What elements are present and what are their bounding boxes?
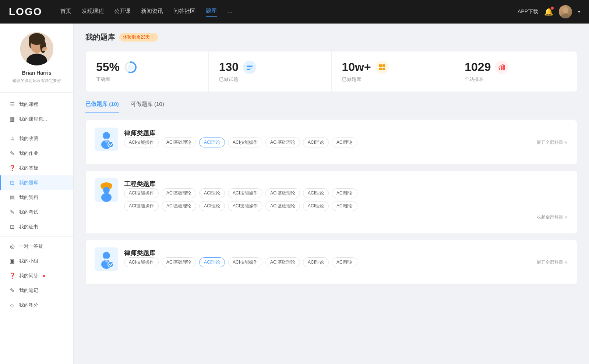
nav-qa[interactable]: 问答社区 [173,8,195,16]
nav-home[interactable]: 首页 [60,8,71,16]
tag-3-4[interactable]: ACI技能操作 [228,257,262,267]
sidebar-label-points: 我的积分 [19,302,38,308]
avatar-image [559,5,572,18]
tag-2-11[interactable]: ACI技能操作 [228,201,262,211]
sidebar-item-questions[interactable]: ❓ 我的答疑 [0,161,73,175]
sidebar-label-materials: 我的资料 [19,194,38,201]
sidebar-item-certificate[interactable]: ⊡ 我的证书 [0,220,73,234]
nav-discover[interactable]: 发现课程 [82,8,104,16]
sidebar-item-qbank[interactable]: ⊟ 我的题库 [0,175,73,190]
nav-news[interactable]: 新闻资讯 [141,8,163,16]
qbank-card-3-header: 律师类题库 ACI技能操作 ACI基础理论 ACI理论 ACI技能操作 ACI基… [95,247,568,271]
tag-2-14[interactable]: ACI理论 [332,201,357,211]
tag-1-3[interactable]: ACI理论 [199,138,225,147]
sidebar-item-points[interactable]: ◇ 我的积分 [0,298,73,313]
tag-1-4[interactable]: ACI技能操作 [228,138,262,147]
sidebar-item-qa[interactable]: ❓ 我的问答 [0,268,73,283]
app-download-btn[interactable]: APP下载 [518,8,538,15]
qbank-card-1-name: 律师类题库 [124,129,568,138]
sidebar-label-group: 我的小组 [19,258,38,264]
sidebar: Brian Harris 错误的决定比没有决定要好 ☰ 我的课程 ▦ 我的课程包… [0,24,74,364]
sidebar-item-1v1[interactable]: ◎ 一对一答疑 [0,239,73,254]
nav-open-course[interactable]: 公开课 [114,8,131,16]
sidebar-label-favorites: 我的收藏 [19,135,38,142]
tag-1-5[interactable]: ACI基础理论 [265,138,300,147]
tag-2-12[interactable]: ACI基础理论 [265,201,300,211]
collapse-btn-2[interactable]: 收起全部科目 ∧ [124,214,568,220]
stat-ranking: 1029 全站排名 [454,51,577,92]
svg-rect-14 [247,66,253,67]
menu-divider-1 [0,129,73,129]
tag-1-7[interactable]: ACI理论 [332,138,357,147]
bell-button[interactable]: 🔔 [544,7,553,16]
tag-2-8[interactable]: ACI技能操作 [124,201,159,211]
tag-2-9[interactable]: ACI基础理论 [162,201,196,211]
course-icon: ☰ [9,101,15,108]
qbank-card-1-avatar [95,128,118,151]
svg-point-27 [105,138,108,143]
tab-available-banks[interactable]: 可做题库 (10) [131,101,164,112]
trial-badge: 体验剩余23天！ [119,33,158,42]
nav-more[interactable]: ··· [227,8,233,16]
sidebar-label-exams: 我的考试 [19,209,38,215]
qbank-card-3-name: 律师类题库 [124,249,568,257]
stat-done-questions: 130 已做试题 [209,51,332,92]
tag-2-2[interactable]: ACI基础理论 [162,188,196,198]
svg-point-12 [128,64,134,70]
tag-3-2[interactable]: ACI基础理论 [162,257,196,267]
tag-2-5[interactable]: ACI基础理论 [265,188,300,198]
exams-icon: ✎ [9,209,15,215]
qbank-card-2: 工程类题库 ACI技能操作 ACI基础理论 ACI理论 ACI技能操作 ACI基… [85,171,577,234]
tag-1-6[interactable]: ACI理论 [303,138,329,147]
tag-2-1[interactable]: ACI技能操作 [124,188,159,198]
tag-2-10[interactable]: ACI理论 [199,201,225,211]
qa-notification-dot [43,275,45,277]
qbank-card-3-content: 律师类题库 ACI技能操作 ACI基础理论 ACI理论 ACI技能操作 ACI基… [124,247,568,267]
tag-2-7[interactable]: ACI理论 [332,188,357,198]
sidebar-item-group[interactable]: ▣ 我的小组 [0,254,73,268]
user-menu-caret[interactable]: ▾ [578,9,580,14]
profile-avatar-image [20,32,53,65]
tag-2-3[interactable]: ACI理论 [199,188,225,198]
sidebar-profile: Brian Harris 错误的决定比没有决定要好 [0,32,73,93]
expand-btn-1[interactable]: 展开全部科目 ∨ [537,139,568,146]
tag-3-1[interactable]: ACI技能操作 [124,257,159,267]
main-layout: Brian Harris 错误的决定比没有决定要好 ☰ 我的课程 ▦ 我的课程包… [0,24,589,364]
qbank-card-3: 律师类题库 ACI技能操作 ACI基础理论 ACI理论 ACI技能操作 ACI基… [85,240,577,285]
sidebar-item-course-package[interactable]: ▦ 我的课程包... [0,112,73,126]
tag-1-1[interactable]: ACI技能操作 [124,138,159,147]
tag-3-3[interactable]: ACI理论 [199,257,225,267]
favorites-icon: ☆ [9,135,15,142]
sidebar-item-homework[interactable]: ✎ 我的作业 [0,146,73,161]
sidebar-item-favorites[interactable]: ☆ 我的收藏 [0,131,73,146]
svg-rect-22 [501,66,502,70]
sidebar-item-exams[interactable]: ✎ 我的考试 [0,205,73,220]
svg-point-0 [562,7,568,13]
stat-done-banks-label: 已做题库 [342,76,444,83]
stats-row: 55% 正确率 130 [85,51,577,92]
avatar[interactable] [559,5,572,18]
sidebar-item-materials[interactable]: ▤ 我的资料 [0,190,73,205]
certificate-icon: ⊡ [9,224,15,230]
tab-done-banks[interactable]: 已做题库 (10) [85,101,119,112]
tag-3-6[interactable]: ACI理论 [303,257,329,267]
sidebar-item-my-course[interactable]: ☰ 我的课程 [0,97,73,112]
qbank-card-1-header: 律师类题库 ACI技能操作 ACI基础理论 ACI理论 ACI技能操作 ACI基… [95,128,568,151]
tag-2-6[interactable]: ACI理论 [303,188,329,198]
nav-qbank[interactable]: 题库 [206,7,217,17]
svg-rect-21 [499,68,500,70]
tag-2-4[interactable]: ACI技能操作 [228,188,262,198]
homework-icon: ✎ [9,150,15,157]
stat-done-banks: 10w+ 已做题库 [332,51,455,92]
nav-right: APP下载 🔔 ▾ [518,5,580,18]
navbar: LOGO 首页 发现课程 公开课 新闻资讯 问答社区 题库 ··· APP下载 … [0,0,589,24]
expand-btn-3[interactable]: 展开全部科目 ∨ [537,259,568,265]
tag-3-7[interactable]: ACI理论 [332,257,357,267]
svg-rect-19 [379,68,382,70]
sidebar-item-notes[interactable]: ✎ 我的笔记 [0,283,73,298]
tag-1-2[interactable]: ACI基础理论 [162,138,196,147]
svg-point-37 [105,258,108,263]
questions-icon: ❓ [9,165,15,171]
tag-2-13[interactable]: ACI理论 [303,201,329,211]
tag-3-5[interactable]: ACI基础理论 [265,257,300,267]
